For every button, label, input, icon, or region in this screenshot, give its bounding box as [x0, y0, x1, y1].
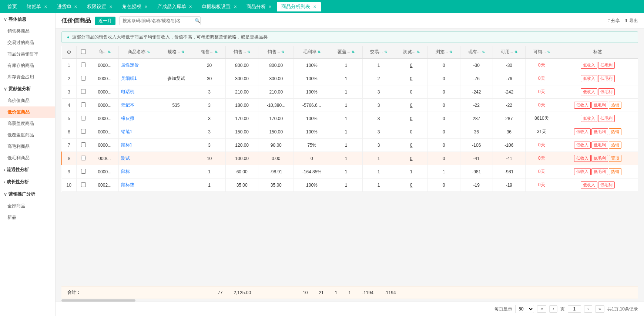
column-gear[interactable]: ⚙ [62, 46, 76, 58]
column-sale-amount[interactable]: 销售... ⇅ [226, 46, 258, 58]
nav-home[interactable]: 首页 [3, 2, 21, 11]
sidebar-group-contribution[interactable]: ∨ 贡献值分析 [0, 83, 55, 95]
close-icon[interactable]: ✕ [44, 4, 47, 9]
column-current-stock[interactable]: 现有... ⇅ [460, 46, 493, 58]
row-name[interactable]: 测试 [118, 152, 159, 165]
view1-link[interactable]: 0 [410, 63, 413, 68]
row-name[interactable]: 电话机 [118, 85, 159, 99]
sidebar-item-low-coverage[interactable]: 低覆盖度商品 [0, 129, 55, 141]
view1-link[interactable]: 0 [410, 129, 413, 135]
row-select-checkbox[interactable] [81, 76, 86, 81]
row-select-checkbox[interactable] [81, 182, 86, 187]
export-button[interactable]: ⬆ 导出 [624, 18, 638, 24]
column-name[interactable]: 商品名称 ⇅ [118, 46, 159, 58]
row-name[interactable]: 鼠标垫 [118, 179, 159, 192]
row-checkbox[interactable] [76, 179, 91, 192]
column-gross-rate[interactable]: 毛利率 ⇅ [294, 46, 330, 58]
row-checkbox[interactable] [76, 99, 91, 112]
column-saleable-days[interactable]: 可销... ⇅ [525, 46, 558, 58]
page-input[interactable] [568, 305, 581, 313]
column-sale-qty[interactable]: 销售... ⇅ [193, 46, 226, 58]
row-view1[interactable]: 0 [395, 125, 427, 139]
per-page-select[interactable]: 50 100 200 [515, 305, 534, 313]
row-select-checkbox[interactable] [81, 129, 86, 134]
row-view1[interactable]: 0 [395, 179, 427, 192]
view1-link[interactable]: 0 [410, 156, 413, 161]
row-checkbox[interactable] [76, 152, 91, 165]
sidebar-item-category-rate[interactable]: 商品分类销售率 [0, 48, 55, 60]
close-icon[interactable]: ✕ [74, 4, 77, 9]
row-checkbox[interactable] [76, 165, 91, 179]
column-spec[interactable]: 规格... ⇅ [159, 46, 193, 58]
row-name[interactable]: 属性定价 [118, 58, 159, 72]
row-select-checkbox[interactable] [81, 156, 86, 160]
column-view2[interactable]: 浏览... ⇅ [427, 46, 460, 58]
nav-purchase-order[interactable]: 进货单 ✕ [53, 2, 82, 11]
row-checkbox[interactable] [76, 72, 91, 85]
row-view1[interactable]: 0 [395, 139, 427, 152]
row-checkbox[interactable] [76, 85, 91, 99]
close-icon[interactable]: ✕ [189, 4, 192, 9]
row-view1[interactable]: 0 [395, 85, 427, 99]
view1-link[interactable]: 1 [410, 169, 413, 174]
row-name[interactable]: 铅笔1 [118, 125, 159, 139]
first-page-button[interactable]: « [537, 305, 546, 313]
row-checkbox[interactable] [76, 112, 91, 125]
row-view1[interactable]: 0 [395, 112, 427, 125]
row-name[interactable]: 鼠标1 [118, 139, 159, 152]
row-select-checkbox[interactable] [81, 62, 86, 67]
view1-link[interactable]: 0 [410, 143, 413, 148]
row-select-checkbox[interactable] [81, 89, 86, 94]
close-icon[interactable]: ✕ [313, 4, 316, 9]
filter-period-button[interactable]: 近一月 [95, 17, 115, 25]
sidebar-item-new-product[interactable]: 新品 [0, 212, 55, 223]
column-coverage[interactable]: 覆盖... ⇅ [330, 46, 362, 58]
close-icon[interactable]: ✕ [268, 4, 272, 9]
sidebar-item-high-margin[interactable]: 高毛利商品 [0, 141, 55, 152]
sidebar-item-low-margin[interactable]: 低毛利商品 [0, 152, 55, 164]
row-name[interactable]: 笔记本 [118, 99, 159, 112]
nav-role-auth[interactable]: 角色授权 ✕ [118, 2, 152, 11]
nav-sales-order[interactable]: 销货单 ✕ [22, 2, 52, 11]
view1-link[interactable]: 0 [410, 103, 413, 108]
column-view1[interactable]: 浏览... ⇅ [395, 46, 427, 58]
view1-link[interactable]: 0 [410, 89, 413, 95]
row-checkbox[interactable] [76, 58, 91, 72]
row-view1[interactable]: 0 [395, 72, 427, 85]
share-button[interactable]: ⤴ 分享 [608, 18, 620, 24]
sidebar-group-circulation[interactable]: › 流通性分析 [0, 164, 55, 176]
next-page-button[interactable]: › [584, 305, 592, 313]
search-input[interactable] [119, 16, 201, 25]
row-name[interactable]: 橡皮擦 [118, 112, 159, 125]
sidebar-group-marketing[interactable]: ∨ 营销推广分析 [0, 188, 55, 200]
sidebar-group-growth[interactable]: › 成长性分析 [0, 176, 55, 188]
sidebar-item-all-product[interactable]: 全部商品 [0, 200, 55, 212]
view1-link[interactable]: 0 [410, 116, 413, 121]
sidebar-item-high-coverage[interactable]: 高覆盖度商品 [0, 118, 55, 129]
prev-page-button[interactable]: ‹ [549, 305, 557, 313]
row-view1[interactable]: 0 [395, 152, 427, 165]
row-view1[interactable]: 0 [395, 99, 427, 112]
select-all-checkbox[interactable] [81, 49, 86, 54]
row-name[interactable]: 吴细细1 [118, 72, 159, 85]
nav-product-analysis[interactable]: 商品分析 ✕ [242, 2, 276, 11]
nav-product-inbound[interactable]: 产成品入库单 ✕ [153, 2, 197, 11]
column-code[interactable]: 商... ⇅ [91, 46, 118, 58]
row-select-checkbox[interactable] [81, 169, 86, 174]
sidebar-item-low-value[interactable]: 低价值商品 [0, 106, 55, 118]
column-trade[interactable]: 交易... ⇅ [362, 46, 395, 58]
search-icon[interactable]: 🔍 [195, 18, 200, 23]
sidebar-item-stock-product[interactable]: 有库存的商品 [0, 60, 55, 71]
view1-link[interactable]: 0 [410, 183, 413, 188]
sidebar-item-traded-product[interactable]: 交易过的商品 [0, 37, 55, 48]
row-select-checkbox[interactable] [81, 142, 86, 147]
row-select-checkbox[interactable] [81, 102, 86, 107]
column-sale-avg[interactable]: 销售... ⇅ [258, 46, 294, 58]
sidebar-item-high-value[interactable]: 高价值商品 [0, 95, 55, 106]
row-checkbox[interactable] [76, 125, 91, 139]
sidebar-group-overall[interactable]: ∨ 整体信息 [0, 13, 55, 26]
gear-button[interactable]: ⚙ [67, 49, 71, 55]
close-icon[interactable]: ✕ [234, 4, 237, 9]
column-available-stock[interactable]: 可用... ⇅ [493, 46, 525, 58]
horizontal-scrollbar[interactable] [61, 299, 638, 302]
